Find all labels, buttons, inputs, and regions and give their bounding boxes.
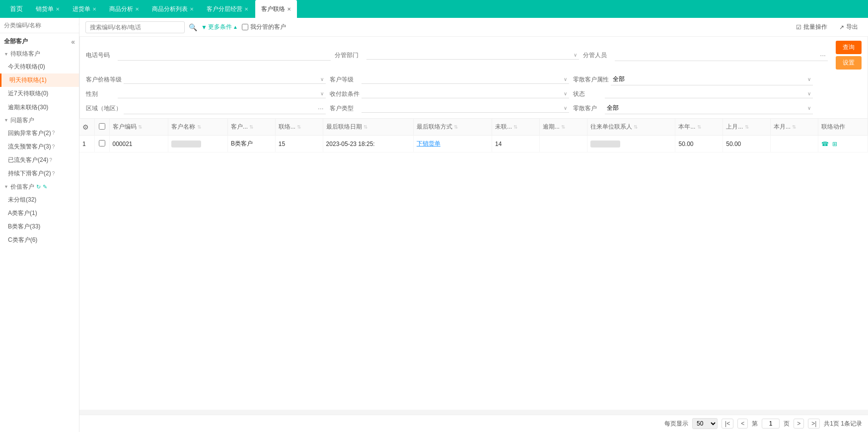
col-this-month: 本月... ⇅	[771, 119, 818, 136]
reset-button[interactable]: 设置	[836, 56, 862, 70]
sort-this-year-icon[interactable]: ⇅	[697, 124, 701, 130]
sort-last-method-icon[interactable]: ⇅	[454, 124, 458, 130]
sidebar-search-input[interactable]	[4, 22, 78, 29]
customer-level-label: 客户等级	[330, 75, 360, 84]
value-refresh-icon[interactable]: ↻	[36, 184, 41, 190]
prev-page-button[interactable]: <	[737, 419, 748, 429]
nav-customer-tier[interactable]: 客户分层经营 ✕	[201, 0, 254, 18]
region-dots-icon[interactable]: ···	[318, 104, 324, 112]
sidebar-item-lost[interactable]: 已流失客户(24) ?	[0, 153, 79, 167]
nav-sales[interactable]: 销货单 ✕	[30, 0, 66, 18]
sidebar-item-tomorrow[interactable]: 明天待联络(1)	[0, 73, 79, 87]
settings-gear-icon[interactable]: ⚙	[82, 123, 89, 131]
cell-action: ☎ ⊞	[818, 136, 868, 152]
region-label: 区域（地区）	[86, 104, 122, 113]
nav-goods-analysis-list[interactable]: 商品分析列表 ✕	[146, 0, 200, 18]
sort-no-contact-icon[interactable]: ⇅	[513, 124, 517, 130]
my-customers-checkbox[interactable]	[242, 24, 248, 30]
dept-select[interactable]: ∨	[366, 51, 579, 60]
close-purchase-icon[interactable]: ✕	[92, 6, 96, 12]
sort-code-icon[interactable]: ⇅	[138, 124, 142, 130]
value-edit-icon[interactable]: ✎	[43, 184, 47, 190]
select-all-checkbox[interactable]	[99, 123, 105, 130]
filter-phone-cell: 电话号码	[86, 50, 331, 61]
nav-purchase[interactable]: 进货单 ✕	[67, 0, 102, 18]
sort-last-month-icon[interactable]: ⇅	[745, 124, 749, 130]
nature-select[interactable]: ∨	[118, 89, 326, 98]
sidebar-item-today[interactable]: 今天待联络(0)	[0, 60, 79, 73]
row-checkbox[interactable]	[99, 140, 105, 146]
sidebar-item-ungrouped[interactable]: 未分组(32)	[0, 193, 79, 207]
sidebar: 🔍 全部客户 « 待联络客户 今天待联络(0) 明天待联络(1) 近7天待联络(…	[0, 18, 79, 432]
sidebar-item-overdue[interactable]: 逾期未联络(30)	[0, 101, 79, 114]
sidebar-item-b-class[interactable]: B类客户(33)	[0, 220, 79, 233]
filter-row-2: 客户价格等级 ∨ 客户等级 ∨ 零散客户属性 全部	[86, 73, 862, 85]
table-row: 1 000021 B类客户 15 2023-05-23 18:25:	[79, 136, 868, 152]
last-method-link[interactable]: 下销货单	[417, 140, 440, 147]
phone-input[interactable]	[118, 50, 331, 61]
nav-home[interactable]: 首页	[4, 0, 29, 18]
nav-customer-contact[interactable]: 客户联络 ✕	[255, 0, 297, 18]
close-customer-tier-icon[interactable]: ✕	[244, 6, 248, 12]
sidebar-item-a-class[interactable]: A类客户(1)	[0, 207, 79, 220]
close-goods-analysis-icon[interactable]: ✕	[135, 6, 139, 12]
phone-action-icon[interactable]: ☎	[821, 141, 829, 147]
customer-level-select[interactable]: ∨	[362, 75, 570, 84]
price-level-select[interactable]: ∨	[124, 75, 326, 84]
batch-ops-button[interactable]: ☑ 批量操作	[792, 21, 831, 33]
sidebar-item-week[interactable]: 近7天待联络(0)	[0, 87, 79, 100]
sort-overdue-icon[interactable]: ⇅	[561, 124, 565, 130]
cell-code: 000021	[109, 136, 168, 152]
data-table: ⚙ 客户编码 ⇅ 客户名称 ⇅	[79, 119, 868, 152]
export-button[interactable]: ↗ 导出	[835, 21, 862, 33]
sidebar-collapse-icon[interactable]: «	[71, 38, 75, 46]
sort-contact-person-icon[interactable]: ⇅	[634, 124, 638, 130]
sidebar-item-declining[interactable]: 持续下滑客户(2) ?	[0, 167, 79, 180]
top-nav: 首页 销货单 ✕ 进货单 ✕ 商品分析 ✕ 商品分析列表 ✕ 客户分层经营 ✕ …	[0, 0, 868, 18]
payment-label: 收付款条件	[330, 90, 360, 98]
last-page-button[interactable]: >|	[808, 419, 820, 429]
more-conditions-button[interactable]: ▼ 更多条件 ▲	[201, 23, 238, 31]
close-goods-analysis-list-icon[interactable]: ✕	[190, 6, 194, 12]
region-input-area: ···	[124, 103, 326, 114]
sidebar-item-warning[interactable]: 流失预警客户(3) ?	[0, 140, 79, 153]
customer-type-select[interactable]: ∨	[362, 104, 570, 113]
retail-customer-select[interactable]: 全部 ∨	[605, 102, 813, 114]
cell-level: B类客户	[228, 136, 276, 152]
page-number-input[interactable]	[762, 419, 780, 429]
sort-last-date-icon[interactable]: ⇅	[363, 124, 367, 130]
retail-attr-select[interactable]: 全部 ∨	[611, 73, 813, 85]
sort-name-icon[interactable]: ⇅	[197, 124, 201, 130]
col-last-date: 最后联络日期 ⇅	[323, 119, 413, 136]
table-body: 1 000021 B类客户 15 2023-05-23 18:25:	[79, 136, 868, 152]
sort-this-month-icon[interactable]: ⇅	[792, 124, 796, 130]
sidebar-item-c-class[interactable]: C类客户(6)	[0, 233, 79, 247]
filter-status-cell: 状态 ∨	[573, 89, 813, 98]
cell-checkbox	[94, 136, 109, 152]
nav-goods-analysis[interactable]: 商品分析 ✕	[103, 0, 145, 18]
sort-level-icon[interactable]: ⇅	[249, 124, 253, 130]
manager-dots-icon[interactable]: ···	[820, 51, 826, 59]
query-button[interactable]: 查询	[836, 41, 862, 54]
filter-row-1: 电话号码 分管部门 ∨ 分管人员 ··· 查询	[86, 41, 862, 70]
horizontal-scrollbar[interactable]	[79, 410, 868, 415]
main-search-button[interactable]: 🔍	[189, 23, 197, 31]
sidebar-item-abnormal[interactable]: 回购异常客户(2) ?	[0, 127, 79, 140]
payment-select[interactable]: ∨	[362, 89, 570, 98]
main-search-input[interactable]	[85, 21, 185, 33]
first-page-button[interactable]: |<	[722, 419, 733, 429]
close-customer-contact-icon[interactable]: ✕	[287, 6, 291, 12]
close-sales-icon[interactable]: ✕	[56, 6, 60, 12]
customer-type-label: 客户类型	[330, 104, 360, 113]
table-header-row: ⚙ 客户编码 ⇅ 客户名称 ⇅	[79, 119, 868, 136]
status-select[interactable]: ∨	[605, 89, 813, 98]
per-page-select[interactable]: 50 100 200	[692, 418, 718, 429]
sidebar-search-container: 🔍	[0, 18, 79, 33]
col-checkbox	[94, 119, 109, 136]
next-page-button[interactable]: >	[794, 419, 804, 429]
all-customers-section: 全部客户 «	[0, 33, 79, 48]
dept-chevron-icon: ∨	[574, 52, 577, 58]
my-customers-checkbox-label[interactable]: 我分管的客户	[242, 23, 286, 31]
more-action-icon[interactable]: ⊞	[832, 141, 837, 147]
sort-contact-count-icon[interactable]: ⇅	[297, 124, 301, 130]
